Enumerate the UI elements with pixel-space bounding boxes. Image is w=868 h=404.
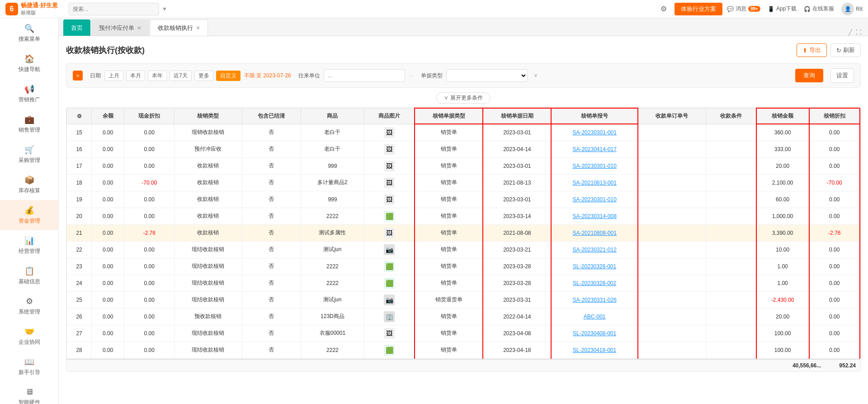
cell-id: 28	[67, 342, 92, 358]
col-header-include-settled: 包含已结清	[242, 108, 301, 124]
cell-verify-doc-type: 销货单	[415, 157, 483, 174]
sidebar-item-shortcut[interactable]: 🏠 快捷导航	[0, 48, 58, 79]
sidebar-item-operation[interactable]: 📊 经营管理	[0, 230, 58, 261]
cell-verify-doc-date: 2023-03-28	[483, 258, 551, 275]
enterprise-icon: 🤝	[24, 327, 34, 337]
table-row: 26 0.00 0.00 预收款核销 否 123D商品 🏢 销货单 2022-0…	[67, 308, 860, 325]
export-button[interactable]: ⬆ 导出	[797, 43, 827, 57]
cell-verify-doc-no[interactable]: SA-20230414-017	[551, 141, 638, 157]
cell-verify-doc-no[interactable]: SA-20230301-010	[551, 157, 638, 174]
page-header: 收款核销执行(按收款) ⬆ 导出 ↻ 刷新	[66, 43, 861, 57]
cell-verify-doc-no[interactable]: ABC-001	[551, 308, 638, 325]
cell-goods-img: 🏢	[364, 308, 415, 325]
sidebar-item-marketing[interactable]: 📢 营销推广	[0, 79, 58, 109]
cell-receipt-condition	[706, 224, 756, 241]
sidebar-item-search[interactable]: 🔍 搜索菜单	[0, 18, 58, 48]
cell-receipt-order-no	[638, 157, 706, 174]
cell-verify-doc-no[interactable]: SA-20230321-012	[551, 241, 638, 258]
cell-id: 25	[67, 291, 92, 308]
date-btn-this-month[interactable]: 本月	[126, 71, 145, 81]
cell-goods: 2222	[301, 342, 364, 358]
cell-verify-doc-no[interactable]: SA-20230301-001	[551, 124, 638, 141]
cell-verify-doc-no[interactable]: SA-20210808-001	[551, 224, 638, 241]
app-download-item[interactable]: 📱 App下载	[768, 5, 797, 13]
cell-goods: 测试jun	[301, 291, 364, 308]
col-header-settings[interactable]: ⚙	[67, 108, 92, 124]
sidebar-item-system[interactable]: ⚙ 系统管理	[0, 291, 58, 321]
sidebar-item-sales[interactable]: 💼 销售管理	[0, 109, 58, 139]
cell-verify-discount: 0.00	[809, 241, 860, 258]
cell-verify-amount: 333.00	[756, 141, 809, 157]
sidebar-item-basic[interactable]: 📋 基础信息	[0, 261, 58, 291]
window-expand[interactable]: ⛶	[856, 29, 862, 36]
settings-button[interactable]: 设置	[830, 68, 854, 83]
export-icon: ⬆	[802, 47, 807, 54]
online-service-item[interactable]: 🎧 在线客服	[804, 5, 834, 13]
tab-prepay-close[interactable]: ✕	[137, 25, 142, 31]
window-minimize[interactable]: ╱	[849, 29, 852, 36]
date-btn-custom[interactable]: 自定义	[216, 71, 241, 81]
query-button[interactable]: 查询	[795, 69, 823, 82]
tab-receipt[interactable]: 收款核销执行 ✕	[150, 19, 208, 36]
cell-verify-doc-date: 2022-04-14	[483, 308, 551, 325]
date-btn-7days[interactable]: 近7天	[170, 71, 192, 81]
cell-balance: 0.00	[92, 342, 124, 358]
sidebar-label-enterprise: 企业协同	[19, 338, 40, 346]
cell-goods: 2222	[301, 275, 364, 291]
cell-verify-discount: 0.00	[809, 342, 860, 358]
cell-balance: 0.00	[92, 241, 124, 258]
sidebar-item-finance[interactable]: 💰 资金管理	[0, 200, 58, 230]
cell-verify-discount: 0.00	[809, 157, 860, 174]
cell-goods-img: 🖼	[364, 224, 415, 241]
filter-expand-btn[interactable]: »	[73, 71, 83, 81]
sidebar-item-purchase[interactable]: 🛒 采购管理	[0, 139, 58, 170]
industry-btn[interactable]: 体验行业方案	[675, 3, 722, 15]
cell-verify-doc-no[interactable]: SA-20230314-008	[551, 208, 638, 224]
tab-prepay[interactable]: 预付冲应付单 ✕	[91, 19, 149, 36]
cell-verify-doc-type: 销货单	[415, 224, 483, 241]
cell-verify-type: 现结收款核销	[175, 342, 242, 358]
voucher-type-select[interactable]	[446, 69, 528, 82]
sidebar-item-hardware[interactable]: 🖥 智能硬件	[0, 382, 58, 404]
cell-receipt-condition	[706, 291, 756, 308]
col-header-goods-img: 商品图片	[364, 108, 415, 124]
cell-verify-amount: 360.00	[756, 124, 809, 141]
voucher-type-arrow: ▼	[533, 72, 539, 79]
date-btn-more[interactable]: 更多	[194, 71, 213, 81]
tab-receipt-close[interactable]: ✕	[196, 25, 200, 31]
col-header-receipt-condition: 收款条件	[706, 108, 756, 124]
date-btn-this-year[interactable]: 本年	[148, 71, 167, 81]
cell-verify-doc-no[interactable]: SA-20210813-001	[551, 174, 638, 191]
cell-balance: 0.00	[92, 325, 124, 342]
sidebar-item-enterprise[interactable]: 🤝 企业协同	[0, 321, 58, 352]
search-icon: 🔍	[24, 24, 34, 33]
cell-verify-doc-no[interactable]: SA-20230331-026	[551, 291, 638, 308]
sidebar-label-marketing: 营销推广	[19, 96, 40, 104]
cell-verify-type: 现结收款核销	[175, 291, 242, 308]
cell-receipt-order-no	[638, 275, 706, 291]
search-arrow-icon[interactable]: ▼	[162, 6, 167, 12]
cell-goods-img: 🟩	[364, 258, 415, 275]
date-btn-last-month[interactable]: 上月	[104, 71, 123, 81]
cell-goods-img: 🖼	[364, 141, 415, 157]
tab-home[interactable]: 首页	[63, 19, 90, 36]
cell-goods: 999	[301, 191, 364, 208]
cell-receipt-condition	[706, 141, 756, 157]
search-input[interactable]	[69, 3, 159, 15]
cell-verify-type: 收款核销	[175, 174, 242, 191]
cell-receipt-order-no	[638, 241, 706, 258]
cell-verify-doc-no[interactable]: SL-20230418-001	[551, 342, 638, 358]
partner-input[interactable]	[324, 69, 405, 82]
cell-verify-doc-no[interactable]: SL-20230408-001	[551, 325, 638, 342]
refresh-button[interactable]: ↻ 刷新	[830, 43, 861, 57]
message-icon-item[interactable]: 💬 消息 99+	[727, 5, 760, 13]
cell-verify-type: 现结收款核销	[175, 241, 242, 258]
cell-verify-doc-no[interactable]: SA-20230301-010	[551, 191, 638, 208]
cell-verify-doc-no[interactable]: SL-20230328-001	[551, 258, 638, 275]
sidebar-item-inventory[interactable]: 📦 库存核算	[0, 170, 58, 200]
user-item[interactable]: 👤 Rit	[841, 3, 863, 15]
expand-more-button[interactable]: ∨ 展开更多条件	[436, 92, 490, 104]
cell-verify-doc-no[interactable]: SL-20230328-002	[551, 275, 638, 291]
gear-button[interactable]: ⚙	[657, 3, 670, 15]
sidebar-item-guide[interactable]: 📖 新手引导	[0, 352, 58, 382]
